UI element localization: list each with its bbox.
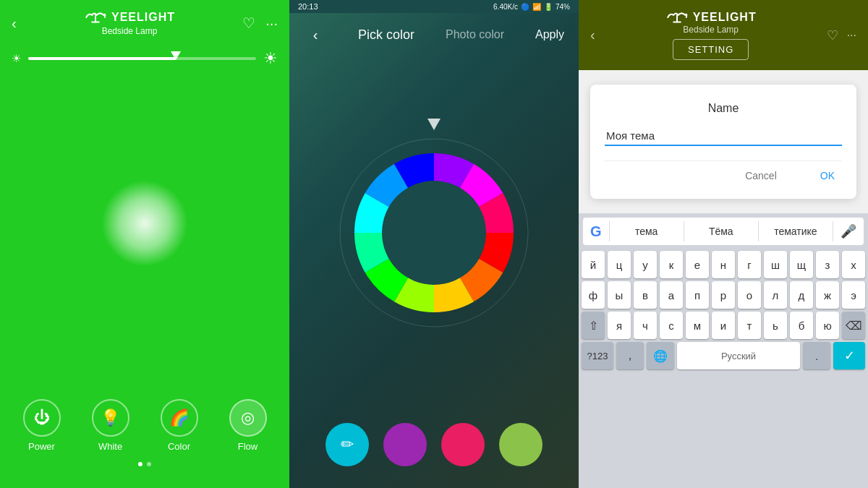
key-л[interactable]: л xyxy=(764,281,787,309)
color-wheel-wrapper[interactable] xyxy=(333,132,535,334)
dot-key[interactable]: . xyxy=(803,342,830,369)
tab-color[interactable]: 🌈 Color xyxy=(161,399,198,452)
key-м[interactable]: м xyxy=(686,312,709,339)
status-bar-p2: 20:13 6.40K/c 🔵 📶 🔋 74% xyxy=(289,0,579,13)
swatch-purple[interactable] xyxy=(383,423,427,466)
back-button-p2[interactable]: ‹ xyxy=(304,23,327,46)
key-ж[interactable]: ж xyxy=(816,281,839,309)
keyboard-area: G тема Тёма тематике 🎤 й ц у к е н г ш щ… xyxy=(579,213,868,488)
key-я[interactable]: я xyxy=(608,312,631,339)
dot-2 xyxy=(147,462,151,466)
swatch-edit[interactable]: ✏ xyxy=(326,423,369,466)
key-ы[interactable]: ы xyxy=(608,281,631,309)
comma-key[interactable]: , xyxy=(616,342,644,369)
key-с[interactable]: с xyxy=(660,312,683,339)
key-п[interactable]: п xyxy=(686,281,709,309)
swatch-green[interactable] xyxy=(499,423,542,466)
key-и[interactable]: и xyxy=(712,312,735,339)
device-name: Bedside Lamp xyxy=(102,26,158,36)
wifi-icon: 📶 xyxy=(532,3,541,11)
key-о[interactable]: о xyxy=(738,281,761,309)
battery-percent: 74% xyxy=(556,3,570,11)
power-icon-circle: ⏻ xyxy=(23,399,61,437)
space-key[interactable]: Русский xyxy=(677,342,800,369)
key-ф[interactable]: ф xyxy=(582,281,605,309)
brand-name: YEELIGHT xyxy=(111,11,175,24)
keyboard-row-3: ⇧ я ч с м и т ь б ю ⌫ xyxy=(582,312,865,339)
backspace-key[interactable]: ⌫ xyxy=(842,312,865,339)
keyboard-bottom-row: ?123 , 🌐 Русский . ✓ xyxy=(582,342,865,369)
key-ц[interactable]: ц xyxy=(608,251,631,278)
flow-icon-circle: ◎ xyxy=(229,399,267,437)
key-э[interactable]: э xyxy=(842,281,865,309)
suggestion-2[interactable]: Тёма xyxy=(684,226,758,237)
brand-name-p3: YEELIGHT xyxy=(693,11,757,24)
key-в[interactable]: в xyxy=(634,281,657,309)
key-т[interactable]: т xyxy=(738,312,761,339)
heart-icon[interactable]: ♡ xyxy=(242,14,255,32)
name-dialog: Name Cancel OK xyxy=(590,85,856,199)
panel-settings-keyboard: ‹ YEELIGHT Bedside Lamp SETTING ♡ ··· Na… xyxy=(579,0,868,488)
status-time: 20:13 xyxy=(298,2,318,11)
key-г[interactable]: г xyxy=(738,251,761,278)
swatch-pink[interactable] xyxy=(441,423,485,466)
key-е[interactable]: е xyxy=(686,251,709,278)
brightness-track[interactable] xyxy=(28,57,256,60)
back-button-p1[interactable]: ‹ xyxy=(12,15,17,32)
suggestion-bar: G тема Тёма тематике 🎤 xyxy=(583,218,864,245)
key-й[interactable]: й xyxy=(582,251,605,278)
key-д[interactable]: д xyxy=(790,281,813,309)
panel2-header: ‹ Pick color Photo color Apply xyxy=(289,13,579,56)
white-label: White xyxy=(98,441,122,452)
brightness-fill xyxy=(28,57,176,60)
panel-green-lamp: ‹ YEELIGHT Bedside Lamp ♡ ··· ☀ ☀ xyxy=(0,0,289,488)
tab-power[interactable]: ⏻ Power xyxy=(23,399,61,452)
globe-key[interactable]: 🌐 xyxy=(647,342,674,369)
key-а[interactable]: а xyxy=(660,281,683,309)
key-р[interactable]: р xyxy=(712,281,735,309)
key-ь[interactable]: ь xyxy=(764,312,787,339)
dialog-title: Name xyxy=(605,102,842,115)
color-icon: 🌈 xyxy=(169,408,189,427)
key-х[interactable]: х xyxy=(842,251,865,278)
name-input[interactable] xyxy=(605,127,842,146)
cancel-button[interactable]: Cancel xyxy=(738,167,784,184)
photo-color-button[interactable]: Photo color xyxy=(446,28,504,41)
panel-color-picker: 20:13 6.40K/c 🔵 📶 🔋 74% ‹ Pick color Pho… xyxy=(289,0,579,488)
key-у[interactable]: у xyxy=(634,251,657,278)
ok-button[interactable]: OK xyxy=(813,167,842,184)
shift-key[interactable]: ⇧ xyxy=(582,312,605,339)
key-з[interactable]: з xyxy=(816,251,839,278)
key-н[interactable]: н xyxy=(712,251,735,278)
status-icons: 6.40K/c 🔵 📶 🔋 74% xyxy=(493,3,570,11)
suggestion-1[interactable]: тема xyxy=(610,226,684,237)
mic-icon[interactable]: 🎤 xyxy=(833,223,864,239)
key-к[interactable]: к xyxy=(660,251,683,278)
setting-button[interactable]: SETTING xyxy=(673,39,749,60)
tab-flow[interactable]: ◎ Flow xyxy=(229,399,267,452)
pick-color-title: Pick color xyxy=(358,27,414,43)
num-key[interactable]: ?123 xyxy=(582,342,613,369)
dialog-buttons: Cancel OK xyxy=(605,160,842,184)
color-wheel-pointer xyxy=(427,119,441,130)
page-dots xyxy=(0,462,289,466)
color-label: Color xyxy=(168,441,190,452)
key-б[interactable]: б xyxy=(790,312,813,339)
more-icon-p3[interactable]: ··· xyxy=(847,29,856,42)
key-щ[interactable]: щ xyxy=(790,251,813,278)
suggestion-3[interactable]: тематике xyxy=(759,226,833,237)
heart-icon-p3[interactable]: ♡ xyxy=(827,27,838,43)
tab-white[interactable]: 💡 White xyxy=(92,399,129,452)
apply-button[interactable]: Apply xyxy=(535,28,564,41)
panel1-header: ‹ YEELIGHT Bedside Lamp ♡ ··· xyxy=(0,0,289,43)
white-icon: 💡 xyxy=(101,408,120,427)
back-button-p3[interactable]: ‹ xyxy=(590,27,595,43)
more-icon[interactable]: ··· xyxy=(265,15,278,32)
enter-key[interactable]: ✓ xyxy=(833,342,865,369)
color-wheel-svg[interactable] xyxy=(333,132,535,334)
key-ч[interactable]: ч xyxy=(634,312,657,339)
network-speed: 6.40K/c xyxy=(493,3,518,11)
key-ю[interactable]: ю xyxy=(816,312,839,339)
brightness-low-icon: ☀ xyxy=(12,52,21,65)
key-ш[interactable]: ш xyxy=(764,251,787,278)
